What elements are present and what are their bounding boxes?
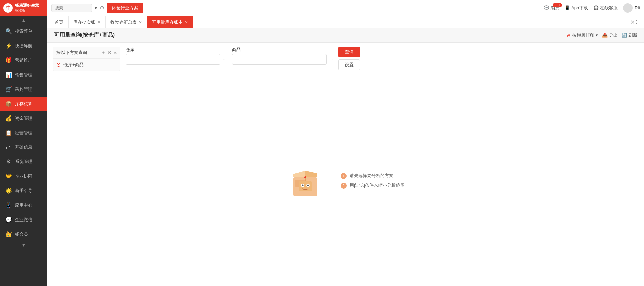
print-btn[interactable]: 🖨 按模板打印 ▾ — [567, 32, 598, 38]
sidebar-label-appcenter: 应用中心 — [15, 202, 32, 208]
sidebar-item-search[interactable]: 🔍 搜索菜单 — [0, 24, 47, 38]
sidebar-item-newguide[interactable]: 🌟 新手引导 — [0, 183, 47, 198]
sidebar-item-wechat[interactable]: 💬 企业微信 — [0, 212, 47, 227]
cart-icon: 🛒 — [5, 86, 12, 93]
sidebar-item-appcenter[interactable]: 📱 应用中心 — [0, 198, 47, 212]
empty-svg — [287, 160, 327, 201]
print-dropdown-icon[interactable]: ▾ — [596, 33, 598, 38]
empty-state: 1 请先选择要分析的方案 2 用[过滤]条件来缩小分析范围 — [47, 75, 644, 286]
sidebar-item-baseinfo[interactable]: 🗃 基础信息 — [0, 140, 47, 154]
crown-icon: 👑 — [5, 231, 12, 237]
sidebar-item-finance[interactable]: 💰 资金管理 — [0, 111, 47, 126]
filter-item-icon: ⊙ — [56, 61, 61, 68]
print-icon: 🖨 — [567, 33, 571, 38]
sidebar-item-marketing[interactable]: 🎁 营销推广 — [0, 53, 47, 68]
app-download-btn[interactable]: 📱 App下载 — [565, 5, 588, 11]
filter-panel-item-warehouse[interactable]: ⊙ 仓库+商品 — [53, 59, 120, 71]
app-icon: 📱 — [565, 5, 570, 10]
tab-stock-summary[interactable]: 收发存汇总表 ✕ — [106, 16, 147, 28]
refresh-label: 刷新 — [628, 32, 637, 38]
warehouse-input[interactable] — [126, 54, 220, 65]
sidebar-item-operations[interactable]: 📋 经营管理 — [0, 126, 47, 140]
sidebar-item-sales[interactable]: 📊 销售管理 — [0, 68, 47, 82]
sidebar-item-inventory[interactable]: 📦 库存核算 — [0, 97, 47, 111]
app-badge: 标准版 — [15, 8, 39, 13]
svg-point-8 — [307, 185, 309, 186]
goods-more-btn[interactable]: ··· — [329, 57, 333, 62]
warehouse-label: 仓库 — [126, 47, 227, 53]
query-btn[interactable]: 查询 — [338, 47, 360, 57]
empty-tips: 1 请先选择要分析的方案 2 用[过滤]条件来缩小分析范围 — [341, 173, 405, 189]
filter-collapse-btn[interactable]: « — [114, 50, 117, 56]
tab-summary-close[interactable]: ✕ — [139, 16, 142, 28]
tabs-bar: 首页 库存批次账 ✕ 收发存汇总表 ✕ 可用量库存账本 ✕ ✕ ⛶ — [47, 16, 644, 28]
topbar-dropdown-btn[interactable]: ▾ — [95, 5, 97, 11]
svg-point-10 — [304, 176, 306, 178]
goods-input[interactable] — [232, 54, 327, 65]
online-service-btn[interactable]: 🎧 在线客服 — [593, 5, 618, 11]
filter-settings-btn[interactable]: ⊙ — [108, 50, 112, 56]
tabs-close-all-btn[interactable]: ✕ — [630, 19, 635, 25]
scroll-down-btn[interactable]: ▼ — [0, 241, 47, 249]
filter-area: 按以下方案查询 ＋ ⊙ « ⊙ 仓库+商品 仓库 — [47, 43, 644, 75]
goods-input-row: ··· — [232, 54, 333, 65]
add-filter-btn[interactable]: ＋ — [101, 50, 106, 56]
clipboard-icon: 📋 — [5, 130, 12, 136]
message-icon: 💬 — [544, 5, 549, 10]
wechat-icon: 💬 — [5, 216, 12, 223]
sidebar: 牛 畅康通好生意 标准版 ▲ 🔍 搜索菜单 ⚡ 快捷导航 🎁 营销推广 📊 销售… — [0, 0, 47, 286]
tab-available-close[interactable]: ✕ — [185, 16, 188, 28]
settings-btn[interactable]: 设置 — [338, 59, 360, 70]
tab-available-stock[interactable]: 可用量库存账本 ✕ — [147, 16, 193, 28]
sidebar-item-quicknav[interactable]: ⚡ 快捷导航 — [0, 38, 47, 53]
refresh-btn[interactable]: 🔄 刷新 — [622, 32, 637, 38]
filter-panel-actions: ＋ ⊙ « — [101, 50, 117, 56]
tabs-right: ✕ ⛶ — [630, 19, 644, 25]
query-buttons: 查询 设置 — [338, 47, 360, 70]
content-area: 可用量查询(按仓库+商品) 🖨 按模板打印 ▾ 📤 导出 🔄 刷新 — [47, 28, 644, 286]
sidebar-item-enterprise[interactable]: 🤝 企业协同 — [0, 169, 47, 183]
sidebar-item-purchase[interactable]: 🛒 采购管理 — [0, 82, 47, 97]
empty-illustration — [287, 160, 327, 201]
sidebar-label-marketing: 营销推广 — [15, 57, 32, 63]
filter-panel-title: 按以下方案查询 — [56, 50, 87, 56]
print-label: 按模板打印 — [572, 32, 594, 38]
tab-batch-account[interactable]: 库存批次账 ✕ — [69, 16, 106, 28]
goods-label: 商品 — [232, 47, 333, 53]
page-actions: 🖨 按模板打印 ▾ 📤 导出 🔄 刷新 — [567, 32, 637, 38]
scroll-up-btn[interactable]: ▲ — [0, 16, 47, 24]
svg-marker-2 — [305, 171, 317, 177]
main-content: ▾ ⚙ 体验行业方案 💬 消息 99+ 📱 App下载 🎧 在线客服 Rit — [47, 0, 644, 286]
tab-home[interactable]: 首页 — [50, 16, 69, 28]
gear-icon: ⚙ — [5, 158, 12, 165]
warehouse-input-row: ··· — [126, 54, 227, 65]
tab-batch-close[interactable]: ✕ — [97, 16, 101, 28]
message-btn[interactable]: 💬 消息 99+ — [544, 5, 559, 11]
sidebar-item-system[interactable]: ⚙ 系统管理 — [0, 154, 47, 169]
topbar-search-input[interactable] — [51, 4, 92, 12]
logo-icon: 牛 — [3, 3, 13, 13]
query-area: 仓库 ··· 商品 ··· — [126, 47, 639, 71]
service-label: 在线客服 — [600, 5, 618, 11]
topbar-gear-icon[interactable]: ⚙ — [100, 5, 104, 11]
box-icon: 📦 — [5, 101, 12, 107]
export-label: 导出 — [609, 32, 618, 38]
phone-icon: 📱 — [5, 202, 12, 208]
tabs-expand-btn[interactable]: ⛶ — [636, 19, 641, 25]
warehouse-more-btn[interactable]: ··· — [223, 57, 227, 62]
empty-content: 1 请先选择要分析的方案 2 用[过滤]条件来缩小分析范围 — [287, 160, 405, 201]
sidebar-label-sales: 销售管理 — [15, 72, 32, 78]
tip-num-1: 1 — [341, 173, 347, 179]
sidebar-label-newguide: 新手引导 — [15, 188, 32, 194]
sidebar-item-member[interactable]: 👑 畅会员 — [0, 227, 47, 241]
user-area[interactable]: Rit — [623, 3, 640, 13]
industry-btn[interactable]: 体验行业方案 — [107, 3, 143, 13]
warehouse-field: 仓库 ··· — [126, 47, 227, 65]
sidebar-label-operations: 经营管理 — [15, 130, 32, 136]
gift-icon: 🎁 — [5, 57, 12, 63]
app-name: 畅康通好生意 — [15, 3, 39, 8]
export-btn[interactable]: 📤 导出 — [602, 32, 618, 38]
topbar: ▾ ⚙ 体验行业方案 💬 消息 99+ 📱 App下载 🎧 在线客服 Rit — [47, 0, 644, 16]
sidebar-label-wechat: 企业微信 — [15, 217, 32, 223]
database-icon: 🗃 — [5, 144, 12, 150]
